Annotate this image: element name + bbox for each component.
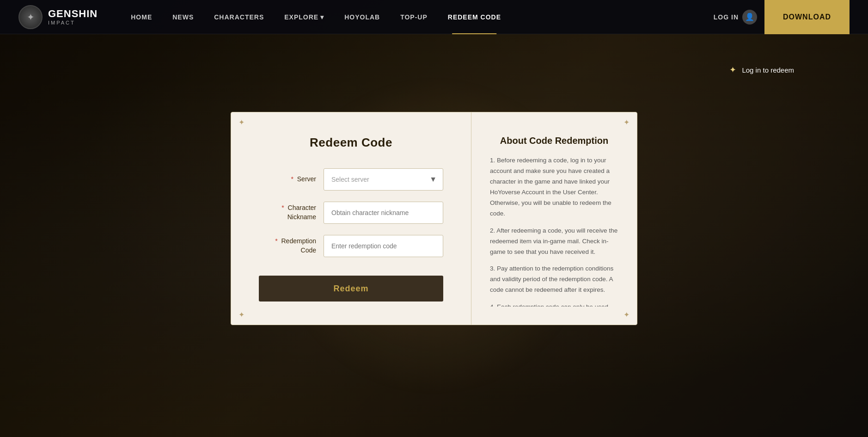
instruction-4: 4. Each redemption code can only be used… xyxy=(490,302,618,307)
server-label: * Server xyxy=(259,175,324,184)
nickname-required-mark: * xyxy=(281,204,284,211)
modal-left-panel: Redeem Code * Server Select server Ameri… xyxy=(231,112,471,325)
nickname-label: * CharacterNickname xyxy=(259,203,324,222)
nav-news[interactable]: NEWS xyxy=(162,0,204,34)
instruction-3: 3. Pay attention to the redemption condi… xyxy=(490,264,618,295)
page-content: ✦ Log in to redeem ✦ ✦ Redeem Code * Ser… xyxy=(0,0,868,437)
nickname-input[interactable] xyxy=(324,202,443,224)
download-button[interactable]: Download xyxy=(764,0,850,34)
modal-overlay: ✦ ✦ Redeem Code * Server Select server A… xyxy=(0,0,868,437)
redeem-modal: ✦ ✦ Redeem Code * Server Select server A… xyxy=(231,112,637,325)
login-button[interactable]: Log In 👤 xyxy=(714,10,757,25)
code-form-row: * RedemptionCode xyxy=(259,235,443,257)
server-form-row: * Server Select server America Europe As… xyxy=(259,168,443,191)
corner-decoration-bl: ✦ xyxy=(238,310,245,319)
user-avatar-icon: 👤 xyxy=(742,10,757,25)
brand-logo[interactable]: ✦ GENSHIN IMPACT xyxy=(18,5,98,29)
logo-text: GENSHIN IMPACT xyxy=(48,9,98,25)
nav-characters[interactable]: CHARACTERS xyxy=(204,0,274,34)
navbar: ✦ GENSHIN IMPACT HOME NEWS CHARACTERS EX… xyxy=(0,0,868,34)
logo-icon: ✦ xyxy=(18,5,43,29)
about-title: About Code Redemption xyxy=(490,135,618,146)
nav-home[interactable]: HOME xyxy=(121,0,162,34)
server-select[interactable]: Select server America Europe Asia TW/HK/… xyxy=(324,168,443,191)
modal-right-panel: About Code Redemption 1. Before redeemin… xyxy=(471,112,637,307)
server-select-wrapper: Select server America Europe Asia TW/HK/… xyxy=(324,168,443,191)
nickname-form-row: * CharacterNickname xyxy=(259,202,443,224)
instruction-2: 2. After redeeming a code, you will rece… xyxy=(490,226,618,258)
redemption-code-input[interactable] xyxy=(324,235,443,257)
brand-name-genshin: GENSHIN xyxy=(48,9,98,19)
nav-redeemcode[interactable]: REDEEM CODE xyxy=(438,0,511,34)
server-required-mark: * xyxy=(291,175,293,183)
nav-right: Log In 👤 Download xyxy=(714,0,850,34)
instructions-text: 1. Before redeeming a code, log in to yo… xyxy=(490,155,618,307)
modal-title: Redeem Code xyxy=(259,135,443,150)
code-label: * RedemptionCode xyxy=(259,237,324,255)
nav-links: HOME NEWS CHARACTERS EXPLORE ▾ HoYoLAB T… xyxy=(121,0,714,34)
code-required-mark: * xyxy=(275,237,277,245)
chevron-down-icon: ▾ xyxy=(320,13,324,21)
instruction-1: 1. Before redeeming a code, log in to yo… xyxy=(490,155,618,219)
brand-name-impact: IMPACT xyxy=(48,20,98,25)
nav-topup[interactable]: TOP-UP xyxy=(390,0,438,34)
redeem-button[interactable]: Redeem xyxy=(259,276,443,302)
nav-explore[interactable]: EXPLORE ▾ xyxy=(274,0,334,34)
nav-hoyolab[interactable]: HoYoLAB xyxy=(334,0,390,34)
